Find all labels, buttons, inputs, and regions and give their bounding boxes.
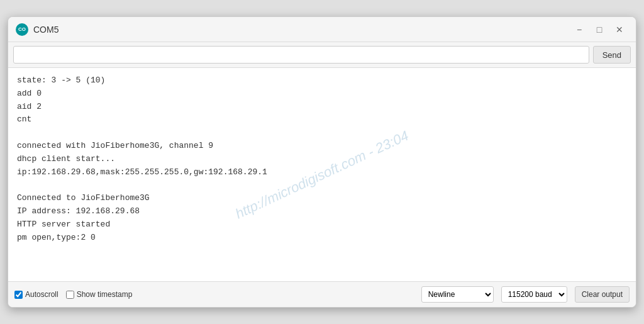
serial-input[interactable]: [13, 46, 589, 64]
app-icon: CO: [16, 23, 28, 36]
window-controls: − □ ✕: [570, 21, 628, 38]
newline-select[interactable]: Newline No line ending Carriage return B…: [421, 286, 494, 303]
clear-output-button[interactable]: Clear output: [575, 286, 630, 303]
close-button[interactable]: ✕: [611, 21, 628, 38]
autoscroll-label[interactable]: Autoscroll: [14, 290, 58, 299]
timestamp-label[interactable]: Show timestamp: [66, 290, 133, 299]
send-button[interactable]: Send: [593, 46, 631, 64]
autoscroll-checkbox[interactable]: [14, 291, 23, 299]
main-window: CO COM5 − □ ✕ Send state: 3 -> 5 (10) ad…: [8, 16, 636, 308]
baud-rate-select[interactable]: 300 baud 1200 baud 2400 baud 4800 baud 9…: [501, 286, 567, 303]
minimize-button[interactable]: −: [570, 21, 588, 38]
maximize-button[interactable]: □: [591, 21, 608, 38]
window-title: COM5: [33, 25, 570, 35]
status-bar: Autoscroll Show timestamp Newline No lin…: [8, 282, 636, 307]
input-bar: Send: [8, 42, 636, 68]
output-text: state: 3 -> 5 (10) add 0 aid 2 cnt conne…: [17, 74, 627, 244]
output-area: state: 3 -> 5 (10) add 0 aid 2 cnt conne…: [8, 68, 636, 282]
timestamp-checkbox[interactable]: [66, 291, 74, 299]
title-bar: CO COM5 − □ ✕: [8, 17, 636, 42]
